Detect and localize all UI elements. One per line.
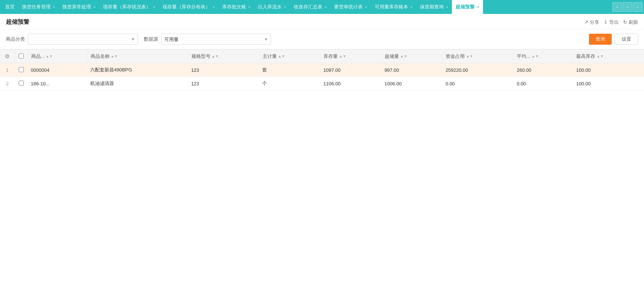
nav-tab-summary[interactable]: 收发存汇总表 × xyxy=(290,0,330,14)
row-checkbox-cell xyxy=(15,77,28,90)
share-icon: ↗ xyxy=(584,19,588,25)
close-icon[interactable]: × xyxy=(365,5,367,9)
page-header: 超储预警 ↗ 分享 ⇩ 导出 ↻ 刷新 xyxy=(0,14,644,29)
close-icon[interactable]: × xyxy=(410,5,413,9)
close-icon[interactable]: × xyxy=(477,5,479,9)
close-icon[interactable]: × xyxy=(325,5,327,9)
filter-actions: 查询 设置 xyxy=(589,34,638,45)
row-number: 1 xyxy=(0,63,15,77)
row-checkbox[interactable] xyxy=(19,67,24,72)
table-body: 1 0000004 六配套新昌490BPG 123 套 1097.00 997.… xyxy=(0,63,644,90)
nav-tab-task-mgmt[interactable]: 拣货任务管理 × xyxy=(18,0,59,14)
page-container: 超储预警 ↗ 分享 ⇩ 导出 ↻ 刷新 商品分类 ▼ xyxy=(0,14,644,293)
cell-product-name: 机油滤清器 xyxy=(87,77,188,90)
nav-prev-button[interactable]: ‹ xyxy=(612,2,622,12)
th-max-stock[interactable]: 最高库存 ▲▼ xyxy=(573,50,644,63)
share-button[interactable]: ↗ 分享 xyxy=(584,19,599,26)
refresh-button[interactable]: ↻ 刷新 xyxy=(623,19,638,26)
gear-icon[interactable]: ⚙ xyxy=(5,53,10,59)
nav-tab-exception[interactable]: 拣货异常处理 × xyxy=(59,0,99,14)
th-gear: ⚙ xyxy=(0,50,15,63)
cell-over-stock: 1006.00 xyxy=(381,77,443,90)
nav-tab-batch-account[interactable]: 库存批次账 × xyxy=(219,0,254,14)
cell-stock: 1097.00 xyxy=(321,63,382,77)
th-over-stock[interactable]: 超储量 ▲▼ xyxy=(381,50,443,63)
refresh-icon: ↻ xyxy=(623,19,627,25)
sort-icon: ▲▼ xyxy=(339,55,346,58)
sort-icon: ▲▼ xyxy=(45,55,53,58)
cell-capital-usage: 259220.00 xyxy=(443,63,514,77)
nav-tab-overstock-warning[interactable]: 超储预警 × xyxy=(452,0,483,14)
export-button[interactable]: ⇩ 导出 xyxy=(604,19,619,26)
data-source-select[interactable]: 可用量 库存量 xyxy=(161,34,271,45)
cell-avg: 260.00 xyxy=(514,63,573,77)
close-icon[interactable]: × xyxy=(93,5,95,9)
cell-unit: 个 xyxy=(259,77,321,90)
nav-tab-quality-period[interactable]: 保质期查询 × xyxy=(416,0,452,14)
cell-spec: 123 xyxy=(188,63,259,77)
close-icon[interactable]: × xyxy=(284,5,286,9)
product-category-select-wrapper: ▼ xyxy=(28,34,138,45)
export-icon: ⇩ xyxy=(604,19,608,25)
th-product-code[interactable]: 商品... ▲▼ xyxy=(28,50,87,63)
product-category-filter: 商品分类 ▼ xyxy=(6,34,138,45)
close-icon[interactable]: × xyxy=(446,5,448,9)
sort-icon: ▲▼ xyxy=(111,55,118,58)
cell-over-stock: 997.00 xyxy=(381,63,443,77)
query-button[interactable]: 查询 xyxy=(589,34,612,45)
close-icon[interactable]: × xyxy=(248,5,250,9)
th-stock[interactable]: 库存量 ▲▼ xyxy=(321,50,382,63)
cell-unit: 套 xyxy=(259,63,321,77)
data-source-label: 数据源 xyxy=(144,36,158,42)
data-source-filter: 数据源 可用量 库存量 ▼ xyxy=(144,34,271,45)
th-unit[interactable]: 主计量 ▲▼ xyxy=(259,50,321,63)
table-row: 2 186-10... 机油滤清器 123 个 1106.00 1006.00 … xyxy=(0,77,644,90)
close-icon[interactable]: × xyxy=(212,5,215,9)
cell-product-code: 186-10... xyxy=(28,77,87,90)
nav-tab-home[interactable]: 首页 xyxy=(1,0,18,14)
cell-capital-usage: 0.00 xyxy=(443,77,514,90)
row-checkbox-cell xyxy=(15,63,28,77)
row-number: 2 xyxy=(0,77,15,90)
filter-row: 商品分类 ▼ 数据源 可用量 库存量 ▼ 查询 设置 xyxy=(0,29,644,49)
th-spec[interactable]: 规格型号 ▲▼ xyxy=(188,50,259,63)
sort-icon: ▲▼ xyxy=(466,55,473,58)
nav-tab-inventory-status[interactable]: 现存量（库存状况表） × xyxy=(99,0,159,14)
th-product-name[interactable]: 商品名称 ▲▼ xyxy=(87,50,188,63)
cell-avg: 0.00 xyxy=(514,77,573,90)
nav-next-button[interactable]: › xyxy=(623,2,632,12)
close-icon[interactable]: × xyxy=(153,5,155,9)
nav-tab-available-stock[interactable]: 可用量库存账本 × xyxy=(371,0,416,14)
cell-max-stock: 100.00 xyxy=(573,77,644,90)
header-actions: ↗ 分享 ⇩ 导出 ↻ 刷新 xyxy=(584,19,638,26)
nav-tab-flow[interactable]: 出入库流水 × xyxy=(254,0,290,14)
product-category-select[interactable] xyxy=(28,34,138,45)
nav-controls: ‹ › › xyxy=(612,2,643,12)
cell-spec: 123 xyxy=(188,77,259,90)
th-capital-usage[interactable]: 资金占用 ▲▼ xyxy=(443,50,514,63)
row-checkbox[interactable] xyxy=(19,81,24,86)
nav-tab-requisition[interactable]: 要货单统计表 × xyxy=(330,0,371,14)
page-title: 超储预警 xyxy=(6,18,29,26)
settings-button[interactable]: 设置 xyxy=(615,34,638,45)
table-header-row: ⚙ 商品... ▲▼ 商品名称 ▲▼ xyxy=(0,50,644,63)
top-navigation: 首页 拣货任务管理 × 拣货异常处理 × 现存量（库存状况表） × 现存量（库存… xyxy=(0,0,644,14)
table-wrapper: ⚙ 商品... ▲▼ 商品名称 ▲▼ xyxy=(0,49,644,90)
sort-icon: ▲▼ xyxy=(400,55,407,58)
data-table: ⚙ 商品... ▲▼ 商品名称 ▲▼ xyxy=(0,49,644,90)
table-row: 1 0000004 六配套新昌490BPG 123 套 1097.00 997.… xyxy=(0,63,644,77)
sort-icon: ▲▼ xyxy=(212,55,219,58)
sort-icon: ▲▼ xyxy=(531,55,539,58)
nav-more-button[interactable]: › xyxy=(633,2,643,12)
data-source-select-wrapper: 可用量 库存量 ▼ xyxy=(161,34,271,45)
select-all-checkbox[interactable] xyxy=(19,53,24,59)
th-avg[interactable]: 平均... ▲▼ xyxy=(514,50,573,63)
cell-product-code: 0000004 xyxy=(28,63,87,77)
cell-stock: 1106.00 xyxy=(321,77,382,90)
nav-tab-inventory-dist[interactable]: 现存量（库存分布表） × xyxy=(159,0,218,14)
sort-icon: ▲▼ xyxy=(278,55,285,58)
cell-product-name: 六配套新昌490BPG xyxy=(87,63,188,77)
close-icon[interactable]: × xyxy=(53,5,55,9)
th-checkbox xyxy=(15,50,28,63)
product-category-label: 商品分类 xyxy=(6,36,25,42)
